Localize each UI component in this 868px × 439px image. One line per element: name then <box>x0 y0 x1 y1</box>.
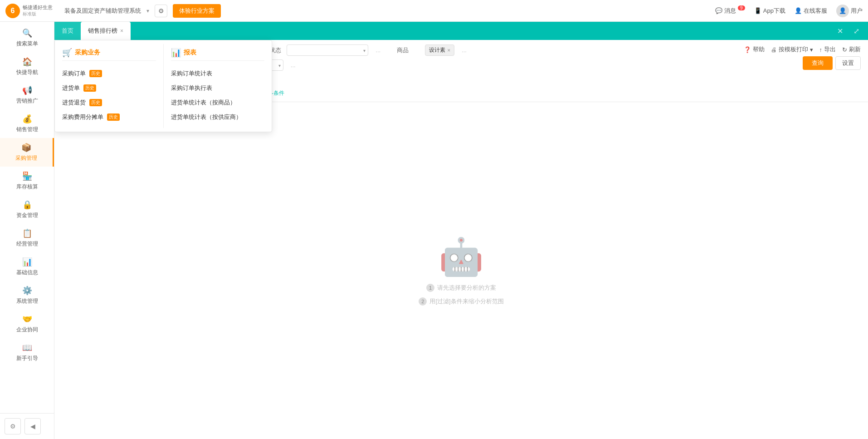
incoming-stat-supplier-label: 进货单统计表（按供应商） <box>171 113 242 121</box>
enterprise-icon: 🤝 <box>22 314 32 324</box>
system-title: 装备及固定资产辅助管理系统 <box>64 7 141 15</box>
sidebar-item-label-capital: 资金管理 <box>16 212 38 219</box>
dropdown-item-purchase-order-exec[interactable]: 采购订单执行表 <box>171 81 265 95</box>
sidebar-item-guide[interactable]: 📖 新手引导 <box>0 338 54 367</box>
tab-close-window-button[interactable]: ✕ <box>834 25 846 37</box>
sidebar-item-label-system: 系统管理 <box>16 297 38 305</box>
sidebar-item-purchase[interactable]: 📦 采购管理 <box>0 138 54 167</box>
sidebar-item-label-purchase: 采购管理 <box>15 154 37 162</box>
filter-actions: ❓ 帮助 🖨 按模板打印 ▾ ↑ 导出 ↻ <box>736 44 861 70</box>
report-col-title-label: 报表 <box>184 49 196 57</box>
sidebar-item-label-inventory: 库存核算 <box>16 183 38 191</box>
purchase-menu-icon: 🛒 <box>62 48 72 58</box>
goods-tag: 设计素 × <box>425 44 454 56</box>
dropdown-item-incoming-stat-supplier[interactable]: 进货单统计表（按供应商） <box>171 110 265 124</box>
empty-illustration: 🤖 <box>439 236 484 278</box>
dropdown-item-purchase-incoming[interactable]: 进货单 历史 <box>62 81 156 95</box>
sidebar-item-capital[interactable]: 🔒 资金管理 <box>0 195 54 224</box>
empty-num-2: 2 <box>419 297 427 306</box>
home-icon: 🏠 <box>22 57 32 67</box>
hist-badge-purchase-order: 历史 <box>89 70 102 77</box>
purchase-order-exec-label: 采购订单执行表 <box>171 84 212 92</box>
gear-button[interactable]: ⚙ <box>155 5 167 17</box>
goods-dots: ... <box>462 47 467 54</box>
settings-button[interactable]: 设置 <box>835 56 861 70</box>
system-dropdown-icon[interactable]: ▾ <box>146 8 149 14</box>
app-download-action[interactable]: 📱 App下载 <box>754 7 785 15</box>
help-label: 帮助 <box>753 45 765 54</box>
expense-label: 采购费用分摊单 <box>62 113 103 121</box>
sidebar-item-enterprise[interactable]: 🤝 企业协同 <box>0 310 54 338</box>
dropdown-item-purchase-return[interactable]: 进货退货 历史 <box>62 95 156 110</box>
online-service-action[interactable]: 👤 在线客服 <box>795 7 827 15</box>
sidebar-item-basic[interactable]: 📊 基础信息 <box>0 252 54 281</box>
incoming-stat-goods-label: 进货单统计表（按商品） <box>171 99 236 107</box>
sidebar-item-label-enterprise: 企业协同 <box>16 326 38 334</box>
refresh-button[interactable]: ↻ 刷新 <box>842 45 861 54</box>
help-icon: ❓ <box>744 46 751 53</box>
message-icon: 💬 <box>715 7 722 14</box>
sidebar-item-marketing[interactable]: 📢 营销推广 <box>0 81 54 109</box>
collapse-sidebar-button[interactable]: ◀ <box>24 418 41 434</box>
export-label: 导出 <box>824 45 836 54</box>
sidebar-item-system[interactable]: ⚙️ 系统管理 <box>0 281 54 310</box>
report-menu-icon: 📊 <box>171 48 181 58</box>
dropdown-report-col: 📊 报表 采购订单统计表 采购订单执行表 进货单统计表（按商品） 进货单统计表（… <box>163 44 272 128</box>
sidebar-item-label-sales: 销售管理 <box>16 126 38 133</box>
dropdown-item-purchase-order-stat[interactable]: 采购订单统计表 <box>171 66 265 81</box>
sidebar-item-label-operation: 经营管理 <box>16 240 38 248</box>
messages-action[interactable]: 💬 消息 9 <box>715 7 745 15</box>
online-service-label: 在线客服 <box>804 7 827 15</box>
tab-home[interactable]: 首页 <box>54 22 81 40</box>
tab-home-label: 首页 <box>62 27 73 35</box>
empty-hint-1: 1 请先选择要分析的方案 <box>426 284 496 292</box>
empty-state: 🤖 1 请先选择要分析的方案 2 用[过滤]条件来缩小分析范围 <box>54 102 868 439</box>
phone-icon: 📱 <box>754 7 761 14</box>
sidebar-item-label-search: 搜索菜单 <box>16 40 38 48</box>
user-action[interactable]: 👤 用户 <box>836 5 863 17</box>
tab-maximize-button[interactable]: ⤢ <box>850 25 863 37</box>
goods-label: 商品 <box>397 46 419 54</box>
logo-area: 6 畅捷通好生意 标准版 <box>5 4 60 18</box>
sidebar-item-operation[interactable]: 📋 经营管理 <box>0 224 54 252</box>
sidebar-item-inventory[interactable]: 🏪 库存核算 <box>0 167 54 195</box>
dropdown-item-purchase-order[interactable]: 采购订单 历史 <box>62 66 156 81</box>
empty-hint-2-text: 用[过滤]条件来缩小分析范围 <box>429 297 503 306</box>
industry-button[interactable]: 体验行业方案 <box>173 4 221 18</box>
print-label: 按模板打印 <box>779 45 808 54</box>
dropdown-purchase-title: 🛒 采购业务 <box>62 48 156 61</box>
empty-hint-1-text: 请先选择要分析的方案 <box>437 284 496 292</box>
messages-label: 消息 <box>724 7 736 15</box>
logo-icon: 6 <box>5 4 20 18</box>
goods-tag-close-icon[interactable]: × <box>447 47 450 54</box>
app-download-label: App下载 <box>763 7 785 15</box>
tab-sales-rank[interactable]: 销售排行榜 × <box>81 22 131 40</box>
settings-bottom-button[interactable]: ⚙ <box>5 418 21 434</box>
top-header: 6 畅捷通好生意 标准版 装备及固定资产辅助管理系统 ▾ ⚙ 体验行业方案 💬 … <box>0 0 868 22</box>
main-layout: 🔍 搜索菜单 🏠 快捷导航 📢 营销推广 💰 销售管理 📦 采购管理 🏪 库存核… <box>0 22 868 439</box>
messages-badge: 9 <box>738 5 745 10</box>
refresh-icon: ↻ <box>842 46 847 53</box>
export-button[interactable]: ↑ 导出 <box>819 45 836 54</box>
tab-close-icon[interactable]: × <box>120 28 123 34</box>
dropdown-report-title: 📊 报表 <box>171 48 265 61</box>
user-avatar: 👤 <box>836 5 849 17</box>
dropdown-item-incoming-stat-goods[interactable]: 进货单统计表（按商品） <box>171 95 265 110</box>
help-button[interactable]: ❓ 帮助 <box>744 45 765 54</box>
voucher-status-select[interactable] <box>287 44 368 56</box>
dropdown-item-purchase-expense[interactable]: 采购费用分摊单 历史 <box>62 110 156 124</box>
print-button[interactable]: 🖨 按模板打印 ▾ <box>771 45 813 54</box>
header-right: 💬 消息 9 📱 App下载 👤 在线客服 👤 用户 <box>715 5 863 17</box>
sidebar-item-quick-nav[interactable]: 🏠 快捷导航 <box>0 52 54 81</box>
sidebar-item-sales[interactable]: 💰 销售管理 <box>0 109 54 138</box>
hist-badge-expense: 历史 <box>107 113 120 121</box>
sidebar-item-search[interactable]: 🔍 搜索菜单 <box>0 24 54 52</box>
print-dropdown-icon[interactable]: ▾ <box>810 46 813 53</box>
voucher-status-select-wrapper <box>287 44 368 56</box>
tab-sales-rank-label: 销售排行榜 <box>88 27 117 35</box>
sidebar-bottom: ⚙ ◀ <box>0 413 54 439</box>
search-icon: 🔍 <box>22 28 32 38</box>
goods-tag-value: 设计素 <box>429 46 445 54</box>
inventory-icon: 🏪 <box>22 171 32 181</box>
search-button[interactable]: 查询 <box>803 56 833 70</box>
